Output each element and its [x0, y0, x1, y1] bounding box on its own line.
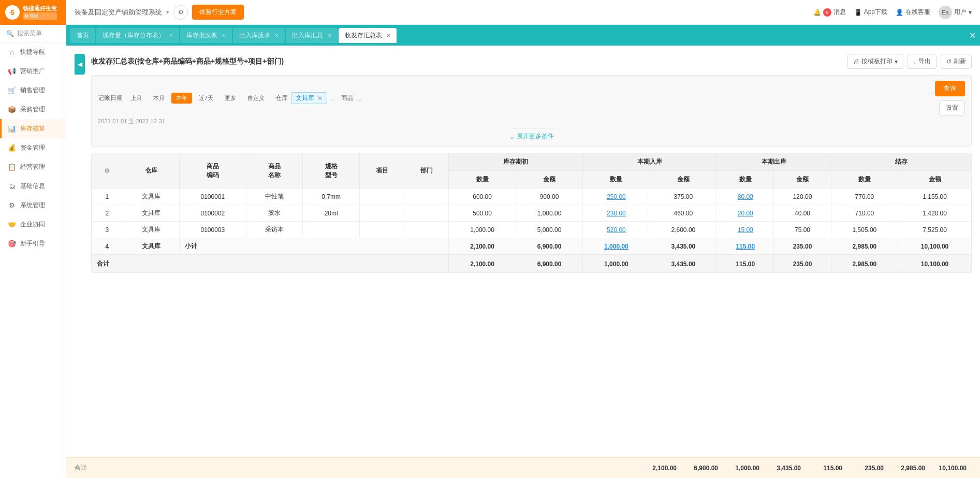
tab-recv-send[interactable]: 收发存汇总表 ✕	[339, 28, 397, 43]
topbar-left: 装备及固定资产辅助管理系统 ▾ ⚙ 体验行业方案	[75, 5, 244, 20]
sidebar-item-finance[interactable]: 💰 资金管理	[0, 138, 66, 157]
notification-badge: 6	[823, 8, 831, 17]
row-out-qty[interactable]: 20.00	[717, 205, 774, 222]
sidebar-item-guide[interactable]: 🎯 新手引导	[0, 234, 66, 253]
sidebar-item-basic[interactable]: 🗂 基础信息	[0, 177, 66, 196]
sidebar-item-system-label: 系统管理	[20, 201, 45, 210]
refresh-btn[interactable]: ↺ 刷新	[941, 54, 972, 69]
row-in-qty[interactable]: 250.00	[583, 189, 650, 205]
basic-icon: 🗂	[8, 182, 16, 190]
col-code-header: 商品编码	[179, 153, 246, 189]
row-name: 胶水	[246, 205, 303, 222]
print-icon: 🖨	[853, 58, 859, 65]
subtotal-out-qty[interactable]: 115.00	[717, 238, 774, 255]
col-warehouse-header: 仓库	[123, 153, 179, 189]
row-open-qty: 500.00	[449, 205, 516, 222]
date-btn-more[interactable]: 更多	[220, 93, 241, 104]
row-in-amt: 460.00	[650, 205, 716, 222]
expand-filter-btn[interactable]: ⌄ 展开更多条件	[509, 128, 554, 141]
settings-filter-btn[interactable]: 设置	[939, 100, 965, 115]
app-download-item[interactable]: 📱 App下载	[854, 8, 887, 17]
date-btn-7days[interactable]: 近7天	[194, 93, 218, 104]
row-spec: 20ml	[303, 205, 360, 222]
tab-inout-flow[interactable]: 出入库流水 ✕	[233, 28, 285, 43]
sidebar-item-inventory[interactable]: 📊 库存核算	[0, 119, 66, 138]
col-out-amt-header: 金额	[774, 171, 831, 189]
sidebar-item-quick-nav-label: 快捷导航	[20, 48, 45, 56]
product-filter-label: 商品	[341, 94, 354, 103]
row-close-amt: 7,525.00	[898, 222, 971, 238]
col-project-header: 项目	[360, 153, 404, 189]
tab-stock-dist[interactable]: 现存量（库存分布表） ✕	[96, 28, 179, 43]
print-dropdown-icon: ▾	[895, 58, 898, 65]
date-btn-this-year[interactable]: 本年	[171, 93, 192, 104]
footer-bottom-in-amt: 3,435.00	[765, 465, 806, 472]
warehouse-tag-value: 文具库	[296, 94, 314, 103]
warehouse-more[interactable]: ...	[330, 95, 335, 102]
home-icon: ⌂	[8, 48, 16, 56]
warehouse-tag-remove[interactable]: ✕	[317, 95, 323, 102]
product-more[interactable]: ...	[357, 95, 361, 102]
subtotal-label: 小计	[179, 238, 449, 255]
tab-inout-summary[interactable]: 出入库汇总 ✕	[286, 28, 338, 43]
page-header: 收发存汇总表(按仓库+商品编码+商品+规格型号+项目+部门) 🖨 按模板打印 ▾…	[91, 54, 972, 69]
tab-batch-close[interactable]: ✕	[222, 33, 226, 38]
row-in-qty[interactable]: 520.00	[583, 222, 650, 238]
footer-bottom-in-qty: 1,000.00	[723, 465, 765, 472]
row-in-amt: 2,600.00	[650, 222, 716, 238]
finance-icon: 💰	[8, 144, 16, 152]
topbar: 装备及固定资产辅助管理系统 ▾ ⚙ 体验行业方案 🔔 6 消息 📱 App下载 …	[66, 0, 980, 25]
row-in-qty[interactable]: 230.00	[583, 205, 650, 222]
tab-batch[interactable]: 库存批次账 ✕	[180, 28, 232, 43]
filter-toggle-btn[interactable]: ◀	[75, 54, 85, 75]
date-btn-last-month[interactable]: 上月	[126, 93, 147, 104]
user-item[interactable]: Ea 用户 ▾	[939, 6, 972, 19]
footer-bottom-close-amt: 10,100.00	[930, 465, 972, 472]
tab-home[interactable]: 首页	[70, 28, 95, 43]
tab-recv-send-close[interactable]: ✕	[386, 33, 390, 38]
phone-icon: 📱	[854, 9, 862, 16]
sidebar-item-purchase[interactable]: 📦 采购管理	[0, 100, 66, 119]
tab-stock-dist-close[interactable]: ✕	[169, 33, 173, 38]
row-out-qty[interactable]: 80.00	[717, 189, 774, 205]
sidebar-item-system[interactable]: ⚙ 系统管理	[0, 196, 66, 215]
inventory-icon: 📊	[8, 125, 16, 133]
tabbar: 首页 现存量（库存分布表） ✕ 库存批次账 ✕ 出入库流水 ✕ 出入库汇总 ✕ …	[66, 25, 980, 46]
print-btn[interactable]: 🖨 按模板打印 ▾	[847, 54, 903, 69]
sidebar-item-quick-nav[interactable]: ⌂ 快捷导航	[0, 42, 66, 62]
tab-inout-flow-close[interactable]: ✕	[274, 33, 279, 38]
enterprise-icon: 🤝	[8, 221, 16, 228]
col-open-amt-header: 金额	[516, 171, 582, 189]
search-menu[interactable]: 🔍 搜索菜单	[0, 25, 66, 42]
footer-open-qty: 2,100.00	[449, 255, 516, 272]
col-close-amt-header: 金额	[898, 171, 971, 189]
date-btn-this-month[interactable]: 本月	[149, 93, 169, 104]
row-project	[360, 205, 404, 222]
date-range-display: 2023-01-01 至 2023-12-31	[98, 118, 165, 125]
date-shortcuts: 上月 本月 本年 近7天 更多 自定义	[126, 93, 269, 104]
sidebar-item-marketing[interactable]: 📢 营销推广	[0, 62, 66, 81]
notification-item[interactable]: 🔔 6 消息	[813, 8, 846, 17]
sidebar-item-sales[interactable]: 🛒 销售管理	[0, 81, 66, 100]
row-warehouse: 文具库	[123, 222, 179, 238]
col-settings-header[interactable]: ⚙	[92, 153, 123, 189]
date-btn-custom[interactable]: 自定义	[243, 93, 269, 104]
row-out-qty[interactable]: 15.00	[717, 222, 774, 238]
sidebar-item-enterprise[interactable]: 🤝 企业协同	[0, 215, 66, 234]
sidebar-item-operation[interactable]: 📋 经营管理	[0, 157, 66, 177]
online-service-item[interactable]: 👤 在线客服	[896, 8, 930, 17]
user-label: 用户	[954, 8, 967, 17]
subtotal-in-amt: 3,435.00	[650, 238, 716, 255]
row-spec: 0.7mm	[303, 189, 360, 205]
experience-btn[interactable]: 体验行业方案	[192, 5, 244, 20]
settings-button[interactable]: ⚙	[173, 5, 188, 20]
export-btn[interactable]: ↓ 导出	[908, 54, 937, 69]
tab-inout-summary-close[interactable]: ✕	[327, 33, 331, 38]
close-all-tabs[interactable]: ✕	[969, 31, 976, 40]
row-warehouse: 文具库	[123, 205, 179, 222]
row-open-qty: 1,000.00	[449, 222, 516, 238]
row-name: 中性笔	[246, 189, 303, 205]
subtotal-in-qty[interactable]: 1,000.00	[583, 238, 650, 255]
service-icon: 👤	[896, 9, 903, 16]
query-button[interactable]: 查询	[935, 81, 965, 96]
